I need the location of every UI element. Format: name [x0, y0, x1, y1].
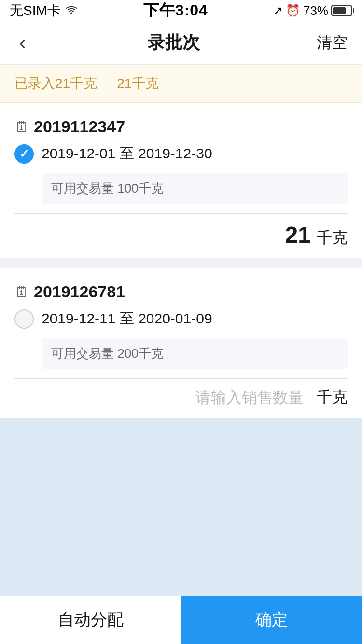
batch-1-radio[interactable] — [14, 144, 34, 164]
status-time: 下午3:04 — [143, 0, 208, 21]
recorded-label: 已录入21千克 — [14, 74, 97, 93]
clear-button[interactable]: 清空 — [317, 32, 348, 54]
status-carrier: 无SIM卡 — [10, 1, 78, 20]
batch-card-2: 🗓 2019126781 2019-12-11 至 2020-01-09 可用交… — [0, 268, 362, 418]
main-content: 已录入21千克 21千克 🗓 2019112347 2019-12-01 至 2… — [0, 65, 362, 644]
batch-1-id: 2019112347 — [34, 117, 125, 136]
batch-1-date-row[interactable]: 2019-12-01 至 2019-12-30 — [14, 144, 348, 164]
batch-1-amount-row: 21 千克 — [0, 214, 362, 258]
page-title: 录批次 — [148, 31, 200, 55]
batch-card-1: 🗓 2019112347 2019-12-01 至 2019-12-30 可用交… — [0, 103, 362, 258]
confirm-button[interactable]: 确定 — [181, 596, 362, 644]
battery-icon — [331, 5, 352, 16]
carrier-text: 无SIM卡 — [10, 1, 61, 20]
batch-1-header: 🗓 2019112347 — [14, 117, 348, 136]
batch-2-quantity-input[interactable] — [14, 389, 311, 406]
batch-1-unit: 千克 — [317, 227, 348, 249]
batch-id-icon-1: 🗓 — [14, 119, 29, 135]
batch-2-date-row[interactable]: 2019-12-11 至 2020-01-09 — [14, 309, 348, 329]
batch-2-input-row: 千克 — [0, 379, 362, 418]
empty-area — [0, 418, 362, 611]
battery-percent: 73% — [303, 3, 328, 18]
wifi-icon — [65, 3, 78, 18]
batch-2-unit: 千克 — [317, 387, 348, 408]
back-button[interactable]: ‹ — [14, 27, 30, 58]
batch-2-id: 2019126781 — [34, 282, 125, 301]
auto-distribute-button[interactable]: 自动分配 — [0, 596, 181, 644]
batch-1-quantity: 21 — [285, 222, 311, 248]
batch-1-date: 2019-12-01 至 2019-12-30 — [42, 144, 212, 164]
batch-2-header: 🗓 2019126781 — [14, 282, 348, 301]
batch-id-icon-2: 🗓 — [14, 284, 29, 300]
batch-2-radio[interactable] — [14, 309, 34, 329]
summary-divider — [107, 77, 107, 90]
section-gap-1 — [0, 258, 362, 268]
batch-2-available-text: 可用交易量 200千克 — [51, 346, 164, 361]
total-label: 21千克 — [117, 74, 159, 93]
batch-2-date: 2019-12-11 至 2020-01-09 — [42, 309, 212, 329]
status-right-icons: ↗ ⏰ 73% — [273, 3, 352, 18]
batch-item-2: 🗓 2019126781 2019-12-11 至 2020-01-09 可用交… — [0, 268, 362, 369]
summary-banner: 已录入21千克 21千克 — [0, 65, 362, 103]
batch-1-available: 可用交易量 100千克 — [42, 173, 348, 204]
batch-item-1: 🗓 2019112347 2019-12-01 至 2019-12-30 可用交… — [0, 103, 362, 204]
batch-1-available-text: 可用交易量 100千克 — [51, 181, 164, 196]
nav-bar: ‹ 录批次 清空 — [0, 21, 362, 65]
status-bar: 无SIM卡 下午3:04 ↗ ⏰ 73% — [0, 0, 362, 21]
svg-point-0 — [70, 13, 72, 14]
location-icon: ↗ — [273, 4, 283, 17]
batch-2-available: 可用交易量 200千克 — [42, 338, 348, 369]
alarm-icon: ⏰ — [286, 4, 300, 17]
bottom-bar: 自动分配 确定 — [0, 596, 362, 644]
